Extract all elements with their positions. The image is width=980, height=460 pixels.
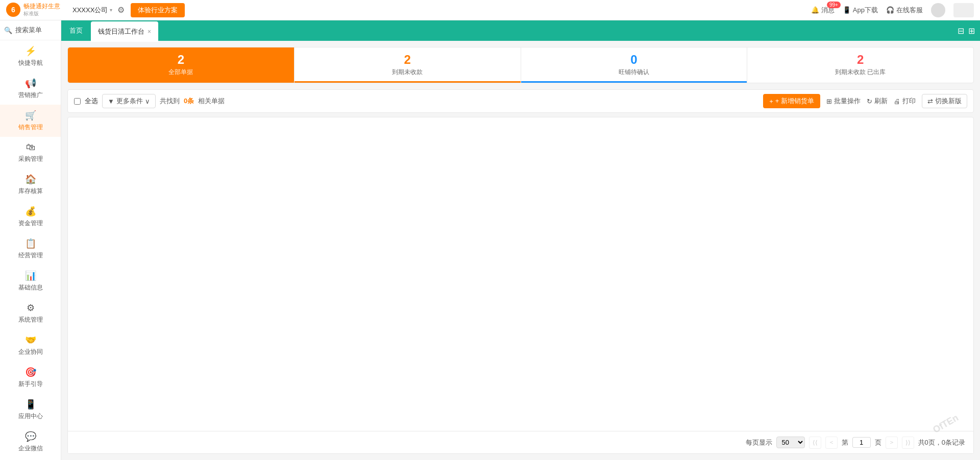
logo-text-block: 畅捷通好生意 标准版	[23, 3, 60, 17]
experience-btn[interactable]: 体验行业方案	[131, 3, 185, 17]
sidebar-item-vip[interactable]: ♦ 畅会员	[0, 458, 61, 460]
mobile-icon: 📱	[843, 6, 851, 14]
filter-label: 更多条件	[116, 96, 143, 106]
switch-label: 切换新版	[935, 96, 962, 106]
found-prefix: 共找到	[160, 96, 180, 106]
sidebar-item-apps[interactable]: 📱 应用中心	[0, 394, 61, 426]
switch-icon: ⇄	[927, 98, 933, 105]
next-page-btn[interactable]: ＞	[886, 437, 898, 449]
message-btn[interactable]: 🔔 消息 99+	[811, 6, 835, 15]
print-icon: 🖨	[894, 98, 900, 105]
megaphone-icon: 📢	[25, 78, 36, 89]
logo-icon: 6	[6, 3, 20, 17]
tab-close-icon[interactable]: ×	[148, 28, 151, 35]
main-content: 首页 钱货日清工作台 × ⊟ ⊞ 2 全部单据 2	[61, 20, 980, 460]
page-label: 第	[842, 438, 848, 447]
sidebar-label-quick-nav: 快捷导航	[18, 59, 43, 67]
refresh-btn[interactable]: ↻ 刷新	[867, 96, 888, 106]
tab-minimize-btn[interactable]: ⊟	[958, 26, 964, 36]
stat-num-overdue: 2	[305, 54, 510, 66]
list-toolbar: 全选 ▼ 更多条件 ∨ 共找到 0条 相关单据 + + 新增销货单	[67, 89, 974, 113]
refresh-icon: ↻	[867, 98, 872, 105]
sidebar-item-wechat[interactable]: 💬 企业微信	[0, 426, 61, 458]
stat-card-all[interactable]: 2 全部单据	[68, 47, 295, 83]
pagination: 每页显示 50 100 200 ⟨⟨ ＜ 第 页 ＞ ⟩⟩ 共0页，0条记录	[68, 431, 973, 453]
stat-card-pending[interactable]: 0 旺铺待确认	[521, 47, 748, 83]
sidebar-item-quick-nav[interactable]: ⚡ 快捷导航	[0, 40, 61, 72]
sidebar-label-wechat: 企业微信	[18, 444, 43, 453]
chevron-down-icon: ▾	[110, 7, 112, 13]
search-icon: 🔍	[4, 27, 12, 34]
stat-label-overdue: 到期未收款	[305, 68, 510, 77]
sidebar-item-basic[interactable]: 📊 基础信息	[0, 265, 61, 297]
refresh-label: 刷新	[874, 96, 888, 106]
sidebar-item-system[interactable]: ⚙ 系统管理	[0, 297, 61, 329]
tab-active[interactable]: 钱货日清工作台 ×	[91, 21, 158, 42]
page-content: 2 全部单据 2 到期未收款 0 旺铺待确认 2 到期未收款 已出库	[61, 41, 980, 460]
filter-btn[interactable]: ▼ 更多条件 ∨	[102, 94, 156, 108]
sidebar-label-marketing: 营销推广	[18, 91, 43, 100]
sidebar-item-sales[interactable]: 🛒 销售管理	[0, 105, 61, 137]
user-avatar[interactable]	[931, 3, 945, 17]
stat-num-outbound: 2	[757, 54, 963, 66]
stat-card-outbound[interactable]: 2 到期未收款 已出库	[747, 47, 973, 83]
stat-label-all: 全部单据	[78, 68, 284, 77]
tab-expand-btn[interactable]: ⊞	[968, 26, 975, 36]
stat-label-pending: 旺铺待确认	[531, 68, 737, 77]
batch-operation-btn[interactable]: ⊞ 批量操作	[826, 96, 861, 106]
sidebar-label-finance: 资金管理	[18, 219, 43, 228]
sidebar-item-finance[interactable]: 💰 资金管理	[0, 201, 61, 233]
search-menu[interactable]: 🔍 搜索菜单	[0, 20, 61, 40]
gear-icon: ⚙	[27, 302, 35, 313]
sidebar-item-purchase[interactable]: 🛍 采购管理	[0, 137, 61, 168]
sidebar-label-sales: 销售管理	[18, 123, 43, 132]
last-page-btn[interactable]: ⟩⟩	[902, 437, 914, 449]
sidebar-label-guide: 新手引导	[18, 380, 43, 389]
add-sales-order-btn[interactable]: + + 新增销货单	[763, 94, 820, 108]
sidebar-item-inventory[interactable]: 🏠 库存核算	[0, 168, 61, 201]
page-number-input[interactable]	[852, 437, 871, 448]
target-icon: 🎯	[25, 367, 36, 378]
first-page-btn[interactable]: ⟨⟨	[809, 437, 821, 449]
handshake-icon: 🤝	[25, 334, 36, 346]
search-menu-label: 搜索菜单	[15, 26, 42, 35]
sidebar-label-cooperation: 企业协同	[18, 348, 43, 356]
select-all-checkbox[interactable]	[74, 98, 81, 105]
prev-page-btn[interactable]: ＜	[825, 437, 838, 449]
page-size-select[interactable]: 50 100 200	[776, 437, 805, 448]
app-download-btn[interactable]: 📱 App下载	[843, 6, 878, 15]
wechat-icon: 💬	[25, 431, 36, 442]
print-btn[interactable]: 🖨 打印	[894, 96, 916, 106]
filter-icon: ▼	[108, 98, 114, 105]
table-area: 每页显示 50 100 200 ⟨⟨ ＜ 第 页 ＞ ⟩⟩ 共0页，0条记录	[67, 117, 974, 454]
tab-bar: 首页 钱货日清工作台 × ⊟ ⊞	[61, 20, 980, 41]
money-icon: 💰	[25, 206, 36, 217]
company-selector[interactable]: XXXXX公司 ▾	[72, 6, 112, 15]
print-label: 打印	[902, 96, 916, 106]
filter-chevron: ∨	[145, 98, 150, 105]
toolbar-left: 全选 ▼ 更多条件 ∨ 共找到 0条 相关单据	[74, 94, 759, 108]
found-count: 0条	[184, 96, 194, 106]
sidebar-item-operations[interactable]: 📋 经营管理	[0, 233, 61, 265]
tab-home[interactable]: 首页	[61, 20, 91, 41]
logo-sub: 标准版	[23, 10, 60, 17]
sidebar-item-cooperation[interactable]: 🤝 企业协同	[0, 329, 61, 361]
msg-badge: 99+	[827, 2, 841, 8]
user-name[interactable]	[953, 3, 974, 17]
found-suffix: 相关单据	[198, 96, 225, 106]
house-icon: 🏠	[25, 174, 36, 185]
logo: 6 畅捷通好生意 标准版	[6, 3, 67, 17]
settings-icon[interactable]: ⚙	[117, 5, 125, 15]
sidebar-label-apps: 应用中心	[18, 412, 43, 421]
online-service-btn[interactable]: 🎧 在线客服	[886, 6, 923, 15]
sidebar-label-purchase: 采购管理	[18, 155, 43, 163]
sidebar-item-marketing[interactable]: 📢 营销推广	[0, 72, 61, 105]
select-all-label: 全选	[85, 96, 98, 106]
stat-card-overdue[interactable]: 2 到期未收款	[295, 47, 521, 83]
page-label2: 页	[875, 438, 881, 447]
home-label: 首页	[69, 26, 83, 35]
sidebar-item-guide[interactable]: 🎯 新手引导	[0, 361, 61, 394]
bell-icon: 🔔	[811, 6, 819, 14]
switch-version-btn[interactable]: ⇄ 切换新版	[922, 94, 967, 108]
stat-num-all: 2	[78, 54, 284, 66]
